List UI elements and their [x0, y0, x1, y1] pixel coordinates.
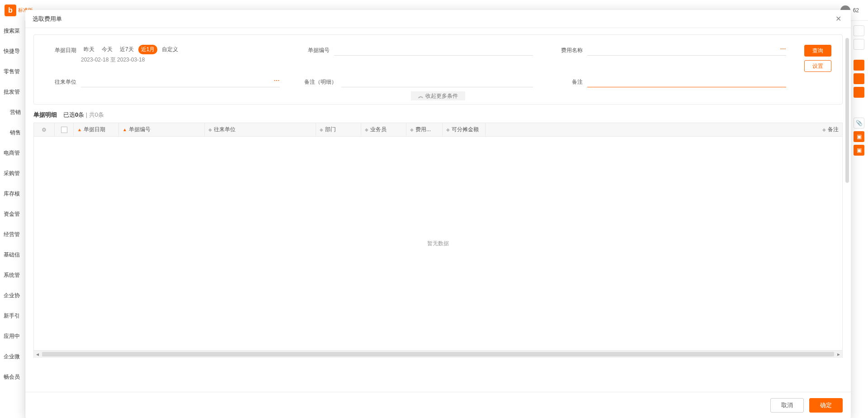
sort-icon: ◆ — [410, 128, 414, 132]
filter-label: 单据日期 — [45, 45, 76, 54]
code-input[interactable] — [334, 45, 533, 56]
sort-icon: ◆ — [208, 128, 212, 132]
gear-icon: ⚙ — [42, 127, 47, 133]
col-date[interactable]: ▲ 单据日期 — [74, 123, 119, 137]
col-dept[interactable]: ◆ 部门 — [316, 123, 361, 137]
selected-count: 已选0条 | 共0条 — [63, 111, 104, 119]
horizontal-scrollbar[interactable]: ◂ ▸ — [34, 351, 843, 358]
collapse-label: 收起更多条件 — [425, 92, 458, 100]
date-tag-yesterday[interactable]: 昨天 — [81, 45, 97, 54]
remark-input[interactable] — [587, 76, 786, 87]
filter-date: 单据日期 昨天 今天 近7天 近1月 自定义 2023-02-18 至 2023… — [45, 45, 280, 64]
col-amount[interactable]: ◆ 可分摊金额 — [443, 123, 486, 137]
query-button[interactable]: 查询 — [804, 45, 831, 57]
collapse-toggle[interactable]: ︽ 收起更多条件 — [411, 91, 465, 100]
date-tag-1month[interactable]: 近1月 — [138, 45, 158, 54]
select-all-checkbox[interactable] — [55, 123, 74, 137]
table-settings-icon[interactable]: ⚙ — [34, 123, 55, 137]
filter-label: 往来单位 — [45, 76, 76, 86]
remark-detail-input[interactable] — [341, 76, 533, 87]
empty-text: 暂无数据 — [427, 240, 449, 247]
filter-label: 单据编号 — [298, 45, 330, 54]
scroll-thumb[interactable] — [845, 38, 849, 183]
sort-icon: ▲ — [123, 128, 127, 132]
select-fee-modal: 选取费用单 ✕ 单据日期 昨天 今天 近7天 近1月 — [25, 10, 851, 418]
sort-icon: ◆ — [822, 128, 826, 132]
sort-icon: ▲ — [77, 128, 82, 132]
modal-overlay: 选取费用单 ✕ 单据日期 昨天 今天 近7天 近1月 — [0, 0, 868, 418]
filter-label: 备注 — [551, 76, 583, 86]
more-icon[interactable]: ··· — [780, 46, 786, 52]
date-tag-custom[interactable]: 自定义 — [159, 45, 181, 54]
sort-icon: ◆ — [446, 128, 450, 132]
filter-card: 单据日期 昨天 今天 近7天 近1月 自定义 2023-02-18 至 2023… — [33, 34, 843, 104]
sort-icon: ◆ — [365, 128, 368, 132]
col-code[interactable]: ▲ 单据编号 — [119, 123, 205, 137]
settings-button[interactable]: 设置 — [804, 60, 831, 72]
col-unit[interactable]: ◆ 往来单位 — [205, 123, 316, 137]
data-table: ⚙ ▲ 单据日期 ▲ 单据编号 ◆ 往来单位 — [33, 123, 843, 358]
unit-input[interactable] — [81, 76, 280, 87]
modal-body: 单据日期 昨天 今天 近7天 近1月 自定义 2023-02-18 至 2023… — [25, 28, 851, 392]
confirm-button[interactable]: 确定 — [809, 398, 843, 413]
chevron-up-icon: ︽ — [418, 92, 424, 100]
table-header: ⚙ ▲ 单据日期 ▲ 单据编号 ◆ 往来单位 — [34, 123, 843, 137]
empty-placeholder: 暂无数据 — [34, 137, 843, 351]
date-tag-today[interactable]: 今天 — [99, 45, 115, 54]
close-icon[interactable]: ✕ — [833, 14, 844, 24]
section-title: 单据明细 — [33, 111, 57, 119]
col-clerk[interactable]: ◆ 业务员 — [361, 123, 406, 137]
date-tag-group: 昨天 今天 近7天 近1月 自定义 — [81, 45, 280, 54]
col-fee[interactable]: ◆ 费用... — [406, 123, 443, 137]
date-range-text: 2023-02-18 至 2023-03-18 — [81, 56, 280, 64]
col-remark[interactable]: ◆ 备注 — [486, 123, 843, 137]
checkbox-icon — [61, 127, 67, 133]
scroll-left-icon[interactable]: ◂ — [34, 351, 41, 358]
more-icon[interactable]: ··· — [274, 77, 280, 84]
filter-code: 单据编号 — [298, 45, 533, 56]
sort-icon: ◆ — [320, 128, 323, 132]
modal-footer: 取消 确定 — [25, 392, 851, 418]
filter-actions: 查询 设置 — [804, 45, 831, 72]
modal-header: 选取费用单 ✕ — [25, 10, 851, 28]
cancel-button[interactable]: 取消 — [770, 398, 804, 413]
modal-title: 选取费用单 — [33, 15, 62, 23]
filter-label: 费用名称 — [551, 45, 583, 54]
date-tag-7days[interactable]: 近7天 — [117, 45, 137, 54]
filter-name: 费用名称 ··· — [551, 45, 786, 56]
vertical-scrollbar[interactable] — [845, 38, 849, 391]
section-header: 单据明细 已选0条 | 共0条 — [33, 111, 843, 119]
scroll-thumb[interactable] — [42, 352, 834, 356]
collapse-bar: ︽ 收起更多条件 — [45, 91, 831, 100]
filter-unit: 往来单位 ··· — [45, 76, 280, 87]
scroll-right-icon[interactable]: ▸ — [835, 351, 842, 358]
filter-remark: 备注 — [551, 76, 786, 87]
filter-remark-detail: 备注（明细） — [298, 76, 533, 87]
filter-label: 备注（明细） — [298, 76, 337, 86]
name-input[interactable] — [587, 45, 786, 56]
